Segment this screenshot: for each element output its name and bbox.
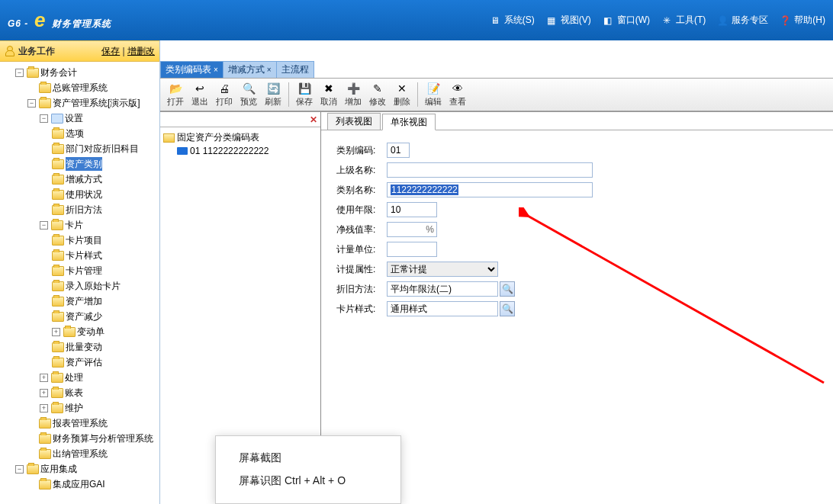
folder-icon (52, 159, 64, 169)
sidebar-edit-link[interactable]: 增删改 (127, 46, 155, 56)
menu-service[interactable]: 👤服务专区 (716, 14, 768, 27)
menu-view[interactable]: ▦视图(V) (545, 14, 591, 27)
menu-help[interactable]: ❓帮助(H) (779, 14, 825, 27)
expand-icon[interactable]: − (40, 221, 48, 230)
menu-window[interactable]: ◧窗口(W) (602, 14, 650, 27)
save-button[interactable]: 💾保存 (292, 79, 317, 110)
row-name: 类别名称: 1122222222222 (336, 182, 818, 197)
subtree-root[interactable]: 固定资产分类编码表 (163, 130, 317, 145)
tree-asset[interactable]: −资产管理系统[演示版] (26, 95, 158, 111)
tree-card-input[interactable]: 录入原始卡片 (50, 278, 158, 294)
sidebar-save-link[interactable]: 保存 (101, 46, 120, 56)
close-icon[interactable]: × (214, 66, 218, 74)
expand-icon[interactable]: + (40, 389, 48, 397)
cancel-button[interactable]: ✖取消 (317, 79, 341, 110)
lookup-method-button[interactable]: 🔍 (500, 281, 515, 297)
tree-dep-method[interactable]: 折旧方法 (50, 202, 158, 217)
tree-label: 维护 (65, 401, 83, 415)
tree-card-manage[interactable]: 卡片管理 (50, 263, 158, 278)
tree-cashier[interactable]: 出纳管理系统 (26, 446, 158, 461)
delete-button[interactable]: ✕删除 (390, 79, 414, 110)
label-parent: 上级名称: (336, 164, 387, 177)
menu-help-label: 帮助(H) (794, 14, 825, 27)
menu-system[interactable]: 🖥系统(S) (489, 14, 535, 27)
input-style[interactable] (387, 301, 498, 316)
tree-options[interactable]: 选项 (50, 126, 158, 141)
expand-icon[interactable]: − (40, 114, 48, 123)
tree-finance[interactable]: −财务会计 (14, 65, 158, 80)
print-button[interactable]: 🖨打印 (212, 79, 236, 110)
tab-single-view[interactable]: 单张视图 (382, 114, 436, 130)
filter-input[interactable] (160, 113, 307, 127)
btn-label: 取消 (320, 96, 337, 108)
tree-card-style[interactable]: 卡片样式 (50, 248, 158, 263)
expand-icon[interactable]: + (52, 328, 60, 336)
tab-change-mode[interactable]: 增减方式× (223, 61, 277, 78)
input-name[interactable]: 1122222222222 (387, 182, 593, 197)
tree-label: 处理 (65, 371, 83, 384)
tree-asset-add[interactable]: 资产增加 (50, 294, 158, 309)
tree-dept[interactable]: 部门对应折旧科目 (50, 141, 158, 156)
tree-integration[interactable]: −应用集成 (14, 461, 158, 477)
tree-maintain[interactable]: +维护 (38, 400, 158, 416)
folder-icon (52, 175, 64, 185)
add-button[interactable]: ➕增加 (341, 79, 365, 110)
tree-gai[interactable]: 集成应用GAI (26, 477, 158, 492)
exit-button[interactable]: ↩退出 (188, 79, 212, 110)
edit-button[interactable]: 📝编辑 (421, 79, 445, 110)
tree-change-bill[interactable]: +变动单 (50, 324, 158, 339)
tab-category-code[interactable]: 类别编码表× (160, 61, 224, 78)
tree-label: 资产评估 (66, 355, 102, 369)
expand-icon[interactable]: + (40, 374, 48, 382)
tree-label: 出纳管理系统 (53, 447, 108, 461)
logo-suffix: 财务管理系统 (52, 18, 111, 29)
expand-icon[interactable]: − (27, 99, 36, 108)
menu-tools[interactable]: ✳工具(T) (661, 14, 706, 27)
tree-books[interactable]: +账表 (38, 385, 158, 400)
input-unit[interactable] (387, 242, 437, 257)
tree-settings[interactable]: −设置 (38, 111, 158, 126)
view-button[interactable]: 👁查看 (445, 79, 470, 110)
folder-icon (52, 129, 64, 139)
tree-budget[interactable]: 财务预算与分析管理系统 (26, 431, 158, 446)
expand-icon[interactable]: − (15, 465, 24, 474)
tree-batch-change[interactable]: 批量变动 (50, 339, 158, 355)
tree-gl[interactable]: 总账管理系统 (26, 80, 158, 95)
select-attr[interactable]: 正常计提 (387, 262, 498, 277)
tree-asset-minus[interactable]: 资产减少 (50, 309, 158, 324)
close-icon[interactable]: × (267, 66, 272, 74)
btn-label: 刷新 (265, 96, 281, 108)
open-button[interactable]: 📂打开 (163, 79, 188, 110)
input-years[interactable] (387, 202, 437, 217)
lookup-style-button[interactable]: 🔍 (500, 301, 515, 316)
gear-icon: ✳ (661, 14, 673, 27)
preview-button[interactable]: 🔍预览 (236, 79, 261, 110)
modify-button[interactable]: ✎修改 (365, 79, 390, 110)
tab-main-flow[interactable]: 主流程 (276, 61, 314, 78)
btn-label: 保存 (296, 96, 313, 108)
input-method[interactable] (387, 281, 498, 297)
input-parent[interactable] (387, 162, 593, 178)
expand-icon[interactable]: + (40, 404, 48, 413)
main-menu: 🖥系统(S) ▦视图(V) ◧窗口(W) ✳工具(T) 👤服务专区 ❓帮助(H) (489, 14, 825, 27)
expand-icon[interactable]: − (15, 69, 24, 77)
tree-label: 折旧方法 (66, 203, 102, 217)
tab-list-view[interactable]: 列表视图 (327, 113, 381, 130)
folder-icon (52, 266, 64, 276)
tree-asset-category[interactable]: 资产类别 (50, 156, 158, 172)
clear-icon[interactable]: ✕ (307, 113, 320, 127)
tree-report[interactable]: 报表管理系统 (26, 416, 158, 431)
tree-usage[interactable]: 使用状况 (50, 187, 158, 202)
tree-asset-eval[interactable]: 资产评估 (50, 355, 158, 370)
tree-process[interactable]: +处理 (38, 370, 158, 385)
subtree-child[interactable]: 01 1122222222222 (163, 145, 317, 157)
tree-label: 集成应用GAI (53, 477, 105, 491)
refresh-button[interactable]: 🔄刷新 (261, 79, 285, 110)
popup-ocr[interactable]: 屏幕识图 Ctrl + Alt + O (216, 470, 400, 493)
folder-icon (52, 297, 64, 307)
label-method: 折旧方法: (336, 283, 387, 296)
tree-card-item[interactable]: 卡片项目 (50, 233, 158, 248)
tree-card[interactable]: −卡片 (38, 217, 158, 233)
popup-screenshot[interactable]: 屏幕截图 (216, 447, 400, 470)
tree-change-mode[interactable]: 增减方式 (50, 172, 158, 187)
